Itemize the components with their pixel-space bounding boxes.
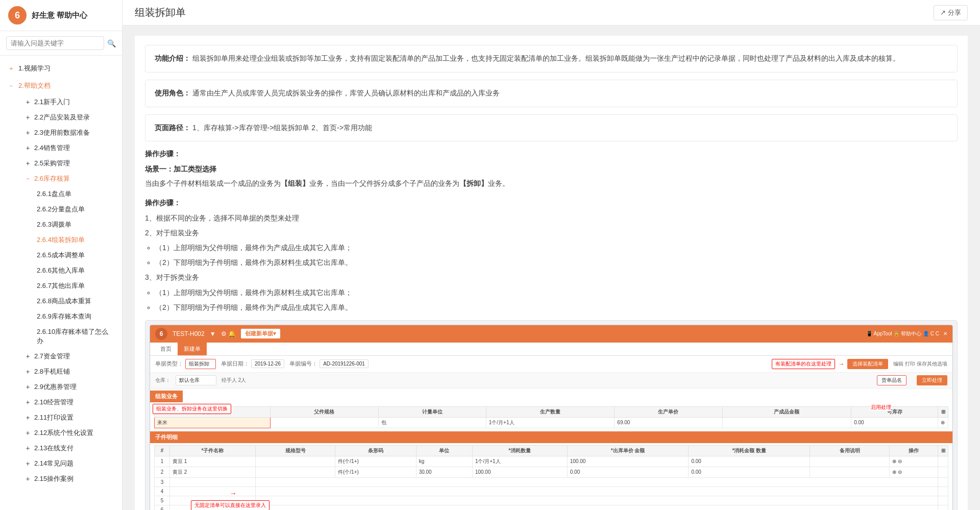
ltd-num-1: 1 [155,456,170,467]
ltd-price-1: 100.00 [567,456,689,467]
intro-label: 功能介绍： [155,54,190,62]
sidebar-item-other-out[interactable]: 2.6.7其他出库单 [33,278,122,294]
process-btn[interactable]: 立即处理 [917,375,947,385]
app-new-doc-btn[interactable]: 创建新单据▾ [241,329,280,338]
form-type-input[interactable]: 组装拆卸 [185,359,216,369]
lower-table-row-3: 3 [155,477,948,487]
sidebar-item-install[interactable]: ＋ 2.2产品安装及登录 [16,110,122,125]
ltd-remark-2 [810,467,890,477]
ltd-ops-3 [938,477,948,487]
ltd-num-4: 4 [155,487,170,496]
nav-subsub-label: 2.6.2分量盘点单 [37,205,85,214]
lower-table-container: # *子件名称 规格型号 条形码 单位 *消耗数量 *出库单价 金额 *消耗金额… [150,443,952,510]
sidebar-item-partial-count[interactable]: 2.6.2分量盘点单 [33,202,122,217]
sidebar-item-cost-recalc[interactable]: 2.6.8商品成本重算 [33,294,122,309]
content-main: 功能介绍： 组装拆卸单用来处理企业组装或拆卸等加工业务，支持有固定装配清单的产品… [135,36,968,510]
sidebar-item-operations[interactable]: ＋ 2.10经营管理 [16,395,122,410]
app-close-btn[interactable]: ✕ [943,331,947,336]
select-bom-btn[interactable]: 选择装配清单 [847,359,888,369]
sidebar-item-coupon[interactable]: ＋ 2.9优惠券管理 [16,379,122,395]
ltd-empty-6 [255,505,938,510]
sidebar-item-print[interactable]: ＋ 2.11打印设置 [16,410,122,425]
nav-sub-label: 2.8手机旺铺 [34,367,70,376]
td-action[interactable]: ⊕ [938,417,948,428]
role-label: 使用角色： [155,89,190,97]
step3-sub1: （1）上部明细为父件明细，最终作为原材料生成其它出库单； [155,286,958,299]
sidebar-item-payment[interactable]: ＋ 2.13在线支付 [16,441,122,456]
screenshot-inner: 6 TEST-H002 ▼ ⚙ 🔔 创建新单据▾ 📱 AppTool 🔒 帮助中… [145,321,957,510]
sidebar-item-mobile[interactable]: ＋ 2.8手机旺铺 [16,364,122,379]
sidebar-item-new-user[interactable]: ＋ 2.1新手入门 [16,94,122,110]
sidebar-item-faq[interactable]: ＋ 2.14常见问题 [16,456,122,471]
sidebar-item-sales[interactable]: ＋ 2.4销售管理 [16,140,122,156]
search-input[interactable] [6,36,104,50]
nav-subsub-label: 2.6.6其他入库单 [37,266,85,275]
table-header-row: *父件名称 父件规格 计量单位 生产数量 生产单价 产成品金额 可库存 ⊞ [155,406,948,417]
section-header-area: 组装业务 组装业务、拆卸业务在这里切换 启用处理 [150,388,952,404]
sidebar-item-cost-adjust[interactable]: 2.6.5成本调整单 [33,248,122,263]
logo-text: 好生意 帮助中心 [32,11,87,20]
annotation-area1: 有装配清单的在这里处理 → 选择装配清单 编辑 打印 保存其他选项 [772,359,947,369]
sidebar-item-video[interactable]: ＋ 1.视频学习 [0,60,122,77]
nav-sub-label: 2.3使用前数据准备 [34,128,90,137]
sidebar-item-cases[interactable]: ＋ 2.15操作案例 [16,471,122,487]
arrow-right1: → [838,360,844,368]
sidebar-item-help-docs[interactable]: － 2.帮助文档 [0,77,122,94]
step3-sub2: （2）下部明细为子件明细，最终作为产成品生成其它入库单。 [155,301,958,314]
lower-table-row-6: 6 [155,505,948,510]
form-row2: 仓库： 默认仓库 经手人 2人 货单品名 立即处理 [150,373,952,388]
app-tab-home[interactable]: 首页 [154,343,178,355]
form-num-input[interactable]: AD-20191226-001 [320,359,369,368]
ltd-total-1: 0.00 [689,456,810,467]
ltd-empty-3 [255,477,938,487]
nav-subsub-label: 2.6.10库存账本错了怎么办 [37,327,114,346]
lth-action: 操作 [890,445,938,456]
expand-icon: ＋ [24,444,31,453]
nav-sub-label: 2.12系统个性化设置 [34,428,93,438]
collapse-icon: － [24,174,31,183]
steps-title2: 操作步骤： [145,199,958,208]
ltd-ops-2 [938,467,948,477]
sidebar-item-inventory[interactable]: － 2.6库存核算 [16,171,122,186]
ltd-name-2: 黄豆 2 [170,467,256,477]
sidebar-item-finance[interactable]: ＋ 2.7资金管理 [16,349,122,364]
sidebar-item-purchase[interactable]: ＋ 2.5采购管理 [16,156,122,171]
path-text: 1、库存核算->库存管理->组装拆卸单 2、首页->常用功能 [192,124,372,132]
scene1-title: 场景一：加工类型选择 [145,165,958,174]
sidebar-item-stock-query[interactable]: 2.6.9库存账本查询 [33,309,122,324]
ltd-num-5: 5 [155,496,170,505]
form-date-input[interactable]: 2019-12-26 [251,359,284,368]
search-button[interactable]: 🔍 [107,39,116,47]
page-title: 组装拆卸单 [135,6,186,19]
sidebar-item-inventory-count[interactable]: 2.6.1盘点单 [33,186,122,202]
expand-icon: ＋ [8,64,15,73]
nav-sub-label: 2.5采购管理 [34,159,70,168]
intro-block: 功能介绍： 组装拆卸单用来处理企业组装或拆卸等加工业务，支持有固定装配清单的产品… [145,45,958,72]
form-process-type[interactable]: 货单品名 [877,375,906,385]
ltd-name-3 [170,477,256,487]
sidebar-item-stock-error[interactable]: 2.6.10库存账本错了怎么办 [33,324,122,349]
expand-icon: ＋ [24,382,31,392]
app-tab-new[interactable]: 新建单 [178,343,207,355]
form-num-label: 单据编号： [289,360,317,368]
form-warehouse[interactable]: 默认仓库 [176,375,216,385]
scene1-desc: 当由多个子件材料组装成一个成品的业务为【组装】业务，当由一个父件拆分成多个子产品… [145,177,958,190]
search-bar: 🔍 [0,31,122,56]
nav-subsub-label: 2.6.8商品成本重算 [37,297,91,306]
content-area: 功能介绍： 组装拆卸单用来处理企业组装或拆卸等加工业务，支持有固定装配清单的产品… [122,26,980,510]
sidebar-item-data-prep[interactable]: ＋ 2.3使用前数据准备 [16,125,122,140]
ltd-qty-2: 100.00 [472,467,567,477]
sidebar-item-other-in[interactable]: 2.6.6其他入库单 [33,263,122,278]
expand-icon: ＋ [24,113,31,122]
ltd-action-2[interactable]: ⊕ ⊖ [890,467,938,477]
sidebar-item-transfer[interactable]: 2.6.3调拨单 [33,217,122,232]
ltd-action-1[interactable]: ⊕ ⊖ [890,456,938,467]
expand-icon: ＋ [24,474,31,483]
lower-header-row: # *子件名称 规格型号 条形码 单位 *消耗数量 *出库单价 金额 *消耗金额… [155,445,948,456]
screenshot-container: 6 TEST-H002 ▼ ⚙ 🔔 创建新单据▾ 📱 AppTool 🔒 帮助中… [145,320,958,510]
nav-subsub-label: 2.6.4组装拆卸单 [37,235,85,245]
sidebar-item-customize[interactable]: ＋ 2.12系统个性化设置 [16,425,122,441]
app-nav-icons: 📱 AppTool 🔒 帮助中心 👤 C C [866,330,939,337]
sidebar-item-assembly[interactable]: 2.6.4组装拆卸单 [33,232,122,248]
share-button[interactable]: ↗ 分享 [934,5,968,20]
